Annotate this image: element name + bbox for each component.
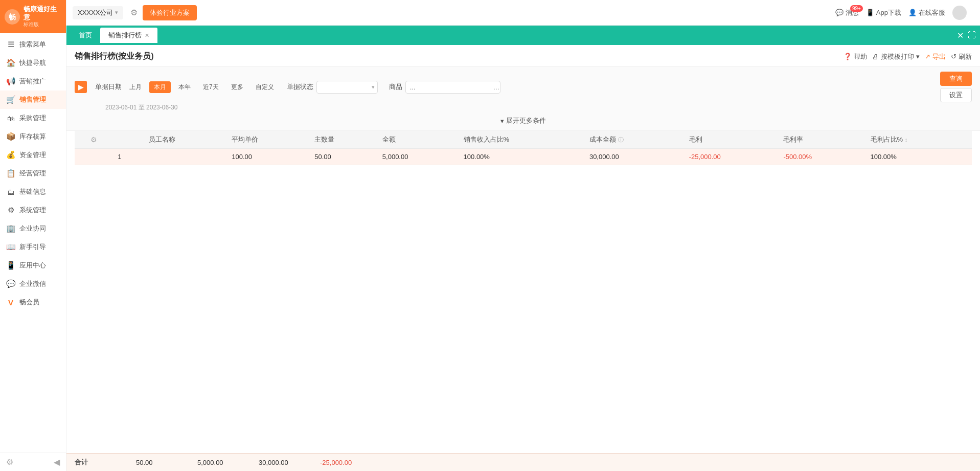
column-gear[interactable]: ⚙ — [75, 131, 112, 149]
avatar[interactable] — [952, 6, 967, 20]
goods-input[interactable] — [405, 81, 500, 94]
help-icon: ❓ — [844, 53, 852, 60]
column-gross-rate: 毛利率 — [778, 131, 865, 149]
date-custom-btn[interactable]: 自定义 — [251, 81, 279, 93]
sidebar-settings-icon[interactable]: ⚙ — [6, 457, 13, 467]
service-icon: 👤 — [908, 9, 917, 16]
online-service-button[interactable]: 👤 在线客服 — [908, 8, 945, 17]
sidebar-item-basic-info[interactable]: 🗂 基础信息 — [0, 183, 66, 201]
sidebar-item-label: 资金管理 — [19, 150, 46, 160]
wechat-icon: 💬 — [6, 279, 15, 288]
sidebar-item-app-center[interactable]: 📱 应用中心 — [0, 256, 66, 275]
filter-date-group: 单据日期 上月 本月 本年 近7天 更多 自定义 — [95, 81, 279, 93]
column-avg-price: 平均单价 — [226, 131, 309, 149]
refresh-button[interactable]: ↺ 刷新 — [951, 52, 972, 61]
filter-goods-group: 商品 … — [389, 81, 500, 94]
page-header: 销售排行榜(按业务员) ❓ 帮助 🖨 按模板打印 ▾ ↗ 导出 — [66, 45, 980, 66]
sidebar-item-label: 采购管理 — [19, 114, 46, 123]
sidebar-item-sales[interactable]: 🛒 销售管理 — [0, 91, 66, 109]
date-this-year-btn[interactable]: 本年 — [174, 81, 195, 93]
row-qty: 50.00 — [309, 149, 377, 165]
status-select-wrap — [316, 81, 378, 94]
export-button[interactable]: ↗ 导出 — [925, 52, 946, 61]
settings-button[interactable]: 设置 — [940, 88, 972, 102]
basic-info-icon: 🗂 — [6, 188, 15, 196]
sidebar-app-title: 畅康通好生意 — [24, 5, 62, 21]
sidebar-item-quick-nav[interactable]: 🏠 快捷导航 — [0, 54, 66, 72]
tab-sales-rank[interactable]: 销售排行榜 ✕ — [100, 28, 157, 43]
sidebar-item-marketing[interactable]: 📢 营销推广 — [0, 72, 66, 91]
sidebar-title-block: 畅康通好生意 标准版 — [24, 5, 62, 28]
row-avg-price: 100.00 — [226, 149, 309, 165]
app-download-button[interactable]: 📱 App下载 — [866, 8, 901, 17]
date-this-month-btn[interactable]: 本月 — [149, 81, 171, 93]
sidebar-header: 畅 畅康通好生意 标准版 — [0, 0, 66, 33]
sidebar-item-finance[interactable]: 💰 资金管理 — [0, 146, 66, 164]
topbar-gear-icon[interactable]: ⚙ — [130, 8, 138, 17]
column-amount: 全额 — [377, 131, 459, 149]
topbar: XXXXX公司 ▾ ⚙ 体验行业方案 💬 消息 99+ 📱 App下载 👤 在线… — [66, 0, 980, 26]
enterprise-collab-icon: 🏢 — [6, 224, 15, 233]
sidebar-item-wechat[interactable]: 💬 企业微信 — [0, 275, 66, 293]
sidebar-item-label: 企业微信 — [19, 279, 46, 288]
expand-conditions-button[interactable]: ▾ 展开更多条件 — [500, 116, 546, 125]
sidebar-item-vip[interactable]: V 畅会员 — [0, 293, 66, 311]
query-button[interactable]: 查询 — [940, 72, 972, 86]
sidebar-item-system[interactable]: ⚙ 系统管理 — [0, 201, 66, 219]
sidebar-item-inventory[interactable]: 📦 库存核算 — [0, 127, 66, 146]
sidebar-item-search-order[interactable]: ☰ 搜索菜单 — [0, 35, 66, 54]
marketing-icon: 📢 — [6, 77, 15, 86]
filter-toggle-arrow[interactable]: ▶ — [75, 81, 87, 93]
trial-button[interactable]: 体验行业方案 — [143, 5, 197, 20]
expand-label: 展开更多条件 — [506, 116, 546, 125]
goods-label: 商品 — [389, 82, 402, 92]
footer-cost: 30,000.00 — [259, 459, 300, 466]
sidebar-item-label: 基础信息 — [19, 187, 46, 196]
goods-more-icon: … — [493, 83, 500, 91]
home-icon: 🏠 — [6, 58, 15, 68]
sidebar-item-enterprise-collab[interactable]: 🏢 企业协同 — [0, 219, 66, 238]
sidebar-item-operations[interactable]: 📋 经营管理 — [0, 164, 66, 183]
sidebar-footer: ⚙ ◀ — [0, 453, 66, 471]
column-employee: 员工名称 — [144, 131, 226, 149]
column-cost: 成本全额 ⓘ — [584, 131, 684, 149]
row-cost: 30,000.00 — [584, 149, 684, 165]
operations-icon: 📋 — [6, 169, 15, 178]
date-more-btn[interactable]: 更多 — [226, 81, 248, 93]
message-button[interactable]: 💬 消息 99+ — [835, 8, 859, 17]
column-rank — [112, 131, 144, 149]
help-button[interactable]: ❓ 帮助 — [844, 52, 867, 61]
app-download-label: App下载 — [876, 8, 901, 17]
sidebar-item-label: 搜索菜单 — [19, 40, 46, 49]
table-row: 1 100.00 50.00 5,000.00 100.00% 30,000.0… — [75, 149, 972, 165]
row-gear — [75, 149, 112, 165]
tab-home[interactable]: 首页 — [71, 28, 100, 43]
page-actions: ❓ 帮助 🖨 按模板打印 ▾ ↗ 导出 ↺ 刷新 — [844, 52, 972, 61]
window-restore-icon[interactable]: ⛶ — [968, 31, 976, 40]
tab-sales-rank-label: 销售排行榜 — [108, 31, 142, 40]
sidebar-collapse-icon[interactable]: ◀ — [54, 457, 60, 467]
expand-icon: ▾ — [500, 117, 504, 125]
print-icon: 🖨 — [872, 53, 879, 60]
expand-row: ▾ 展开更多条件 — [75, 116, 972, 125]
tab-close-icon[interactable]: ✕ — [145, 32, 149, 39]
message-icon: 💬 — [835, 9, 844, 16]
date-prev-month-btn[interactable]: 上月 — [125, 81, 146, 93]
print-button[interactable]: 🖨 按模板打印 ▾ — [872, 52, 920, 61]
date-range-display: 2023-06-01 至 2023-06-30 — [105, 103, 972, 112]
sidebar-item-guide[interactable]: 📖 新手引导 — [0, 238, 66, 256]
print-chevron-icon: ▾ — [916, 53, 920, 60]
sidebar: 畅 畅康通好生意 标准版 ☰ 搜索菜单 🏠 快捷导航 📢 营销推广 🛒 销售管理… — [0, 0, 66, 471]
inner-content: 销售排行榜(按业务员) ❓ 帮助 🖨 按模板打印 ▾ ↗ 导出 — [66, 45, 980, 471]
company-selector[interactable]: XXXXX公司 ▾ — [73, 6, 123, 19]
main-area: XXXXX公司 ▾ ⚙ 体验行业方案 💬 消息 99+ 📱 App下载 👤 在线… — [66, 0, 980, 471]
sidebar-item-label: 系统管理 — [19, 206, 46, 215]
topbar-right: 💬 消息 99+ 📱 App下载 👤 在线客服 — [835, 6, 974, 20]
date-last7-btn[interactable]: 近7天 — [198, 81, 223, 93]
print-label: 按模板打印 — [881, 52, 914, 61]
sidebar-item-purchase[interactable]: 🛍 采购管理 — [0, 109, 66, 127]
column-sales-pct: 销售收入占比% — [459, 131, 584, 149]
status-select[interactable] — [316, 81, 378, 94]
export-icon: ↗ — [925, 53, 930, 60]
window-close-icon[interactable]: ✕ — [957, 31, 964, 40]
